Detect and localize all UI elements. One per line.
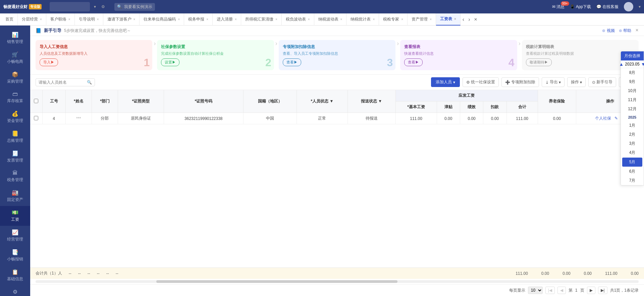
horizontal-scrollbar[interactable] [30,279,644,284]
per-page-select[interactable]: 10 20 50 [528,287,543,294]
sidebar-item-ledger[interactable]: 📒 总账管理 [0,127,30,147]
employee-search-input[interactable] [39,80,86,85]
sidebar-item-sales[interactable]: 📊 销售管理 [0,28,30,48]
tab-1[interactable]: 分层经营× [18,13,46,26]
sidebar-item-inventory[interactable]: 🗃 库存核算 [0,88,30,107]
month-7[interactable]: 7月 [621,176,644,185]
step-1-button[interactable]: 导入▶ [40,58,58,66]
close-icon[interactable]: × [68,17,70,21]
employee-search-wrap: 🔍 [36,78,95,86]
guide-video-button[interactable]: ⊙ 视频 [602,28,614,34]
close-icon[interactable]: × [206,17,208,21]
tab-8[interactable]: 所得税汇算清缴× [241,13,282,26]
tab-10[interactable]: 纳税波动表× [314,13,347,26]
month-6[interactable]: 6月 [621,167,644,176]
settings-icon[interactable]: ⚙ [101,4,105,9]
close-icon[interactable]: × [430,17,432,21]
company-selector[interactable] [50,2,90,11]
month-2[interactable]: 2月 [621,130,644,139]
tab-5[interactable]: 往来单位商品编码× [140,13,184,26]
tab-close-all-button[interactable]: ✕ [472,17,479,22]
month-3[interactable]: 3月 [621,139,644,148]
special-deduction-button[interactable]: ➕ 专项附加扣除 [501,77,539,87]
arrow-1: › [152,40,157,47]
footer-total-sum: 111.00 [605,271,618,276]
tab-salary[interactable]: 工资表× [436,13,461,26]
tab-13[interactable]: 资产管理× [408,13,436,26]
add-employee-button[interactable]: 添加人员 ▾ [431,77,460,87]
month-8[interactable]: 8月 [621,68,644,77]
sidebar-item-system[interactable]: ⚙ 系统管理 [0,285,30,296]
step-3-desc: 查看、导入员工专项附加扣除信息 [283,51,391,56]
operations-button[interactable]: 操作 ▾ [567,77,586,87]
sidebar-item-salary[interactable]: 💵 工资 [0,206,30,226]
month-4[interactable]: 4月 [621,148,644,157]
month-panel: 月份选择 ▲ 2023.05 ▼ 8月 9月 10月 11月 12月 2025 … [621,51,644,185]
month-5[interactable]: 5月 [622,158,642,167]
month-12[interactable]: 12月 [621,104,644,114]
demo-search[interactable]: 🔍 我要看实例演示 [114,3,155,11]
edit-icon[interactable]: ✎ [614,116,618,121]
user-menu-button[interactable]: ▾ [639,4,641,9]
select-all-checkbox[interactable] [34,99,38,103]
tab-6[interactable]: 税务申报× [184,13,213,26]
month-1[interactable]: 1月 [621,121,644,130]
month-10[interactable]: 10月 [621,86,644,95]
row-checkbox[interactable] [34,116,38,120]
tab-2[interactable]: 客户联络× [46,13,75,26]
individual-insurance-button[interactable]: 个人社保 [595,116,611,121]
app-download-button[interactable]: 📱 App下载 [570,4,591,10]
unified-settings-button[interactable]: ⚙ 统一社保设置 [463,77,499,87]
sidebar-item-finance[interactable]: 💰 资金管理 [0,107,30,127]
close-icon[interactable]: × [97,17,99,21]
close-icon[interactable]: × [340,17,342,21]
sidebar-item-invoice[interactable]: 🧾 发票管理 [0,147,30,167]
tab-prev-button[interactable]: ‹ [461,16,466,23]
message-button[interactable]: ✉ 消息 99+ [552,4,565,10]
chevron-down-icon[interactable]: ▾ [94,4,96,9]
sidebar-item-assets[interactable]: 🏭 固定资产 [0,186,30,206]
sidebar-item-tax[interactable]: 🏛 税务管理 [0,167,30,186]
step-3-button[interactable]: 查看▶ [283,58,301,66]
step-4-button[interactable]: 查看▶ [404,58,423,66]
search-magnify-icon[interactable]: 🔍 [87,80,92,85]
export-button[interactable]: ⤓ 导出 ▾ [542,77,565,87]
close-icon[interactable]: × [454,17,456,21]
user-avatar[interactable] [624,2,633,11]
prev-page-button[interactable]: ◀ [557,287,566,294]
sidebar-item-ecommerce[interactable]: 🛒 小畅电商 [0,48,30,68]
newguide-button[interactable]: ⊙ 新手引导 [588,77,616,87]
step-2-button[interactable]: 设置▶ [161,58,179,66]
close-icon[interactable]: × [235,17,237,21]
online-service-button[interactable]: 💬 在线客服 [596,4,619,10]
sidebar-item-management[interactable]: 📈 经营管理 [0,226,30,246]
tab-11[interactable]: 纳税统计表× [346,13,379,26]
guide-close-button[interactable]: ✕ [635,28,639,34]
close-icon[interactable]: × [373,17,375,21]
tab-4[interactable]: 邀请下游客户× [103,13,140,26]
tab-3[interactable]: 引导说明× [75,13,103,26]
month-11[interactable]: 11月 [621,95,644,104]
month-9[interactable]: 9月 [621,77,644,86]
close-icon[interactable]: × [40,17,42,21]
tab-12[interactable]: 税检专家× [379,13,408,26]
next-page-button[interactable]: ▶ [587,287,595,294]
sidebar-item-basics[interactable]: 📋 基础信息 [0,265,30,285]
tab-7[interactable]: 进入清册× [213,13,241,26]
first-page-button[interactable]: |◀ [545,287,555,294]
month-panel-down-button[interactable]: ▼ [641,61,644,67]
sidebar-item-expense[interactable]: 📑 小畅报销 [0,246,30,265]
close-icon[interactable]: × [178,17,180,21]
tab-home[interactable]: 首页 [1,13,18,26]
last-page-button[interactable]: ▶| [598,287,607,294]
sidebar-item-purchase[interactable]: 📦 采购管理 [0,68,30,88]
step-5-button[interactable]: 敬请期待▶ [526,58,552,66]
close-icon[interactable]: × [275,17,277,21]
tab-9[interactable]: 税负波动表× [282,13,314,26]
guide-help-button[interactable]: ⊙ 帮助 [619,28,631,34]
close-icon[interactable]: × [401,17,403,21]
close-icon[interactable]: × [308,17,310,21]
tab-next-button[interactable]: › [466,16,472,23]
close-icon[interactable]: × [133,17,136,21]
month-panel-up-button[interactable]: ▲ [619,61,624,67]
